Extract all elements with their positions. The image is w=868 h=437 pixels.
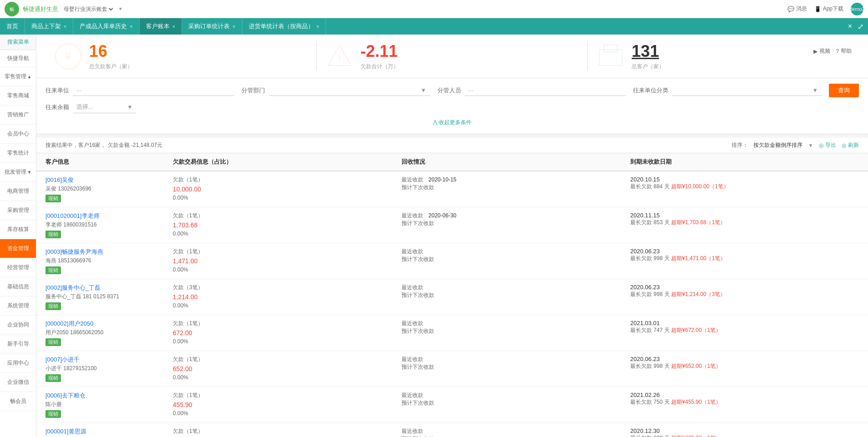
tab-purchase-order[interactable]: 采购订单统计表 × [182, 18, 242, 35]
overdue-amount-link[interactable]: 超期¥672.00（1笔） [671, 327, 721, 333]
sidebar-item-batch-mgmt[interactable]: 批发管理 ▼ [0, 163, 36, 182]
nav-right-btns: × ⤢ [846, 21, 868, 32]
debt-amount[interactable]: 455.90 [173, 401, 401, 408]
overdue-amount-link[interactable]: 超期¥1,703.68（1笔） [671, 219, 726, 226]
tab-close-icon[interactable]: × [130, 24, 132, 29]
tab-customer-account[interactable]: 客户账本 × [140, 18, 182, 35]
search-btn[interactable]: 查询 [829, 84, 859, 97]
sidebar-item-system[interactable]: 系统管理 [0, 296, 36, 316]
sort-arrow-icon: ▼ [808, 142, 813, 149]
collection-cell: 最近收款 预计下次收款 [401, 248, 630, 263]
sidebar-item-finance[interactable]: 资金管理 [0, 239, 36, 258]
balance-label: 往来余额 [45, 103, 69, 111]
debt-amount[interactable]: 10,000.00 [173, 186, 401, 193]
overdue-amount-link[interactable]: 超期¥1,471.00（1笔） [671, 255, 726, 261]
debt-count: 欠款（1笔） [173, 356, 401, 363]
store-select[interactable]: 母婴行业演示账套 [62, 5, 115, 13]
customer-tag: 现销 [45, 195, 61, 202]
messages-btn[interactable]: 💬 消息 [788, 5, 807, 13]
sidebar-item-new-guide[interactable]: 新手引导 [0, 335, 36, 354]
help-btn[interactable]: ? 帮助 [836, 47, 852, 55]
due-date-cell: 2020.06.23 最长欠款 998 天 超期¥1,214.00（3笔） [630, 284, 859, 298]
overdue-amount-link[interactable]: 超期¥652.00（1笔） [671, 363, 721, 369]
app-download-btn[interactable]: 📱 App下载 [814, 5, 843, 13]
next-collection-label: 预计下次收款 [401, 291, 630, 299]
close-all-btn[interactable]: × [846, 21, 854, 31]
overdue-info: 最长欠款 998 天 超期¥652.00（1笔） [630, 362, 859, 370]
customer-name-link[interactable]: [0007]小进千 [45, 356, 80, 363]
user-avatar-btn[interactable]: demo2 [851, 3, 863, 15]
tab-close-icon[interactable]: × [172, 24, 175, 29]
debt-amount[interactable]: 1,703.68 [173, 221, 401, 229]
debt-count: 欠款（1笔） [173, 176, 401, 184]
tab-close-icon[interactable]: × [316, 24, 319, 29]
sidebar-item-ecommerce[interactable]: 电商管理 [0, 182, 36, 201]
due-date-cell: 2021.02.26 最长欠款 750 天 超期¥455.90（1笔） [630, 392, 859, 406]
source-unit-label: 往来单位 [45, 86, 69, 95]
customer-name-link[interactable]: [0016]吴俊 [45, 176, 74, 183]
sidebar-item-vip-member[interactable]: 畅会员 [0, 392, 36, 411]
balance-select[interactable]: 选择... ▼ [73, 101, 136, 113]
sidebar-item-marketing[interactable]: 营销推广 [0, 105, 36, 125]
customer-tag: 现销 [45, 338, 61, 346]
stats-bar: ¥ 16 总欠款客户（家） ! -2.11 欠款合计（万） [36, 35, 868, 78]
refresh-btn[interactable]: ◎ 刷新 [842, 141, 859, 149]
tab-home[interactable]: 首页 [0, 18, 25, 35]
debt-amount[interactable]: 652.00 [173, 365, 401, 372]
sort-select[interactable]: 按欠款金额倒序排序 [753, 141, 803, 149]
customer-name-link[interactable]: [0003]畅捷服务尹海燕 [45, 248, 103, 255]
sidebar-label-marketing: 营销推广 [7, 111, 29, 118]
tab-product-history[interactable]: 产成品入库单历史 × [73, 18, 139, 35]
overdue-amount-link[interactable]: 超期¥455.90（1笔） [671, 399, 721, 405]
expand-btn[interactable]: ⤢ [856, 21, 865, 32]
tab-product-shelf[interactable]: 商品上下架 × [25, 18, 73, 35]
overdue-amount-link[interactable]: 超期¥1,214.00（3笔） [671, 291, 726, 297]
sidebar-item-app-center[interactable]: 应用中心 [0, 354, 36, 373]
debt-amount[interactable]: 1,214.00 [173, 293, 401, 301]
collection-cell: 最近收款 预计下次收款 [401, 320, 630, 335]
sidebar-item-inventory[interactable]: 库存核算 [0, 220, 36, 239]
sidebar-label-retail-mgmt: 零售管理 [5, 73, 26, 80]
source-unit-input[interactable]: ··· [73, 85, 234, 96]
sidebar-item-operations[interactable]: 经营管理 [0, 258, 36, 277]
customer-tag: 现销 [45, 410, 61, 418]
tab-inventory-stat[interactable]: 进货单统计表（按商品） × [242, 18, 326, 35]
sidebar-item-enterprise-wechat[interactable]: 企业微信 [0, 373, 36, 392]
main-layout: 搜索菜单 快捷导航 零售管理 ▲ 零售商城 营销推广 会员中心 零售统计 批发管… [0, 35, 868, 437]
customer-name-link[interactable]: [000001]黄思源 [45, 428, 86, 435]
filter-dept: 分管部门 ▼ [241, 85, 430, 96]
sidebar-item-purchase[interactable]: 采购管理 [0, 201, 36, 220]
sidebar-item-retail-stats[interactable]: 零售统计 [0, 144, 36, 163]
tab-close-icon[interactable]: × [64, 24, 66, 29]
search-menu-btn[interactable]: 搜索菜单 [0, 35, 36, 50]
debt-amount[interactable]: 1,471.00 [173, 257, 401, 265]
sidebar-label-enterprise-wechat: 企业微信 [7, 379, 29, 385]
unit-category-select[interactable]: ▼ [672, 85, 822, 96]
quick-nav-item[interactable]: 快捷导航 [0, 50, 36, 67]
overdue-amount-link[interactable]: 超期¥10,000.00（1笔） [671, 183, 729, 190]
sidebar-item-retail-mgmt[interactable]: 零售管理 ▲ [0, 67, 36, 86]
overdue-amount-link[interactable]: 超期¥429.00（1笔） [671, 435, 721, 437]
col-debt-info: 欠款交易信息（占比） [173, 158, 401, 166]
dept-select[interactable]: ▼ [269, 85, 430, 96]
sidebar-label-enterprise-coop: 企业协同 [7, 321, 29, 328]
customer-name-link[interactable]: [0002]服务中心_丁磊 [45, 284, 100, 291]
tab-close-icon[interactable]: × [232, 24, 235, 29]
collapse-btn[interactable]: ⋀ 收起更多条件 [45, 117, 859, 128]
collection-cell: 最近收款 预计下次收款 [401, 392, 630, 407]
manager-input[interactable]: ··· [465, 85, 626, 96]
customer-name-link[interactable]: [000002]用户2050 [45, 320, 94, 327]
header-right: 💬 消息 📱 App下载 demo2 [788, 3, 863, 15]
export-btn[interactable]: ◎ 导出 [819, 141, 836, 149]
sidebar-item-member-center[interactable]: 会员中心 [0, 125, 36, 144]
table-row: [0001020001]李老师 李老师 18600391516 现销 欠款（1笔… [36, 207, 868, 243]
video-btn[interactable]: ▶ 视频 [813, 47, 830, 55]
sidebar-item-basic-info[interactable]: 基础信息 [0, 277, 36, 296]
debt-amount[interactable]: 672.00 [173, 329, 401, 337]
customer-name-link[interactable]: [0001020001]李老师 [45, 212, 100, 219]
sidebar-item-retail-mall[interactable]: 零售商城 [0, 86, 36, 105]
svg-text:!: ! [338, 54, 341, 64]
customer-name-link[interactable]: [0006]去下粮仓 [45, 392, 85, 399]
sidebar-item-enterprise-coop[interactable]: 企业协同 [0, 316, 36, 335]
tab-customer-account-label: 客户账本 [146, 22, 170, 30]
